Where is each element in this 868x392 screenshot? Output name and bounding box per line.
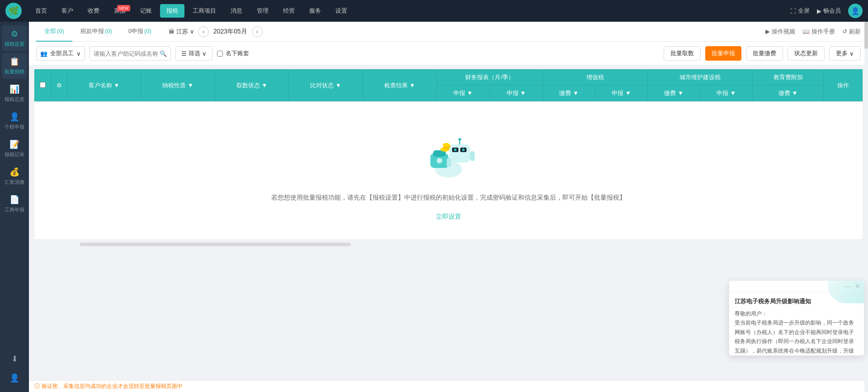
col-urban-pay: 缴费 ▼ bbox=[648, 86, 700, 101]
account-checkbox-text: 名下账套 bbox=[226, 49, 249, 57]
next-month-button[interactable]: › bbox=[252, 26, 263, 37]
prev-month-button[interactable]: ‹ bbox=[198, 26, 209, 37]
toolbar-right: 批量取数 批量申报 批量缴费 状态更新 更多 ∨ bbox=[664, 46, 861, 61]
nav-item-home[interactable]: 首页 bbox=[29, 4, 53, 18]
account-checkbox-label[interactable]: 名下账套 bbox=[217, 49, 249, 57]
nav-item-business[interactable]: 工商项目 bbox=[186, 4, 222, 18]
tab-zero-declare-label: 0申报 bbox=[128, 27, 143, 35]
sidebar-label-settlement: 汇算清缴 bbox=[5, 179, 24, 186]
annual-report-icon: 📄 bbox=[9, 195, 19, 205]
fullscreen-label: 全屏 bbox=[798, 7, 810, 15]
nav-item-manage[interactable]: 管理 bbox=[250, 4, 275, 18]
employee-select-icon: 👥 bbox=[40, 50, 47, 57]
col-urban-tax: 城市维护建设税 bbox=[648, 70, 753, 86]
member-icon: ▶ bbox=[817, 8, 821, 14]
user-bottom-icon: 👤 bbox=[9, 373, 19, 383]
download-icon: ⬇ bbox=[9, 354, 19, 364]
batch-fetch-label: 批量取数 bbox=[670, 49, 694, 57]
sidebar-label-tax-summary: 报税总览 bbox=[5, 96, 24, 103]
refresh-link[interactable]: ↺ 刷新 bbox=[842, 28, 861, 36]
sidebar-label-batch-tax: 批量报税 bbox=[5, 68, 24, 75]
tab-all[interactable]: 全部 (0) bbox=[36, 22, 72, 42]
batch-tax-icon: 📋 bbox=[9, 57, 19, 67]
filter-label: 筛选 bbox=[189, 49, 200, 57]
employee-chevron-icon: ∨ bbox=[76, 50, 81, 57]
logo-icon: 🌿 bbox=[9, 6, 19, 16]
top-nav: 🌿 首页客户收费票据NEW记账报税工商项目消息管理经营服务设置 ⛶ 全屏 ▶ 畅… bbox=[0, 0, 868, 22]
svg-point-10 bbox=[454, 148, 457, 151]
nav-item-service[interactable]: 服务 bbox=[303, 4, 327, 18]
tab-list: 全部 (0) 税款申报 (0) 0申报 (0) bbox=[36, 22, 160, 42]
col-financial-report: 财务报表（月/季） bbox=[437, 70, 543, 86]
sidebar-bottom: ⬇ 👤 bbox=[2, 350, 27, 392]
avatar-icon: 👤 bbox=[851, 7, 860, 15]
nav-item-bill[interactable]: 票据NEW bbox=[108, 4, 132, 18]
nav-item-settings[interactable]: 设置 bbox=[329, 4, 354, 18]
empty-state: 若您想使用批量报税功能，请先在【报税设置】中进行报税的初始化设置，完成密码验证和… bbox=[35, 101, 863, 239]
nav-item-message[interactable]: 消息 bbox=[224, 4, 249, 18]
search-input[interactable] bbox=[94, 50, 158, 57]
right-scrollbar[interactable] bbox=[864, 22, 868, 392]
operation-manual-link[interactable]: 📖 操作手册 bbox=[802, 28, 835, 36]
col-edu-declare: 申报 ▼ bbox=[700, 86, 753, 101]
fullscreen-button[interactable]: ⛶ 全屏 bbox=[790, 7, 810, 15]
batch-declare-button[interactable]: 批量申报 bbox=[705, 46, 741, 61]
region-flag: 🏛 bbox=[169, 28, 175, 35]
top-right-links: ▶ 操作视频 📖 操作手册 ↺ 刷新 bbox=[765, 28, 861, 36]
sidebar-item-download[interactable]: ⬇ bbox=[2, 350, 27, 368]
batch-pay-label: 批量缴费 bbox=[753, 49, 776, 57]
select-all-checkbox[interactable] bbox=[40, 82, 46, 88]
date-navigator: ‹ 2023年05月 › bbox=[198, 26, 263, 37]
member-label: 畅会员 bbox=[823, 7, 841, 15]
sidebar-item-settlement[interactable]: 💰 汇算清缴 bbox=[2, 163, 27, 189]
search-icon[interactable]: 🔍 bbox=[160, 50, 167, 57]
batch-fetch-button[interactable]: 批量取数 bbox=[664, 46, 701, 61]
sidebar-item-user-bottom[interactable]: 👤 bbox=[2, 369, 27, 387]
col-urban-declare: 申报 ▼ bbox=[595, 86, 648, 101]
right-scrollbar-thumb[interactable] bbox=[864, 22, 868, 49]
notification-popup: — ✕ 江苏电子税务局升级影响通知 尊敬的用户：受当前电子税务局进一步升级的影响… bbox=[729, 280, 864, 356]
sidebar-item-batch-tax[interactable]: 📋 批量报税 bbox=[2, 53, 27, 79]
filter-chevron-icon: ∨ bbox=[202, 50, 207, 57]
region-select[interactable]: 🏛 江苏 ∨ bbox=[169, 28, 194, 36]
account-checkbox[interactable] bbox=[217, 51, 223, 57]
col-operation: 操作 bbox=[824, 70, 863, 101]
toolbar: 👥 全部员工 ∨ 🔍 ☰ 筛选 ∨ 名下账套 批量取数 bbox=[29, 42, 868, 66]
book-icon: 📖 bbox=[802, 28, 810, 35]
status-update-button[interactable]: 状态更新 bbox=[788, 46, 825, 61]
nav-item-operation[interactable]: 经营 bbox=[277, 4, 301, 18]
col-tax-nature: 纳税性质 ▼ bbox=[141, 70, 215, 101]
sidebar-item-tax-settings[interactable]: ⚙ 报税设置 bbox=[2, 25, 27, 51]
col-vat: 增值税 bbox=[543, 70, 648, 86]
employee-select[interactable]: 👥 全部员工 ∨ bbox=[36, 46, 85, 61]
svg-point-11 bbox=[462, 148, 465, 151]
sidebar-item-annual-report[interactable]: 📄 工商年报 bbox=[2, 191, 27, 217]
batch-pay-button[interactable]: 批量缴费 bbox=[746, 46, 783, 61]
filter-button[interactable]: ☰ 筛选 ∨ bbox=[175, 46, 212, 61]
sidebar-item-personal-tax[interactable]: 👤 个税申报 bbox=[2, 108, 27, 134]
nav-items: 首页客户收费票据NEW记账报税工商项目消息管理经营服务设置 bbox=[29, 4, 790, 18]
operation-video-link[interactable]: ▶ 操作视频 bbox=[765, 28, 795, 36]
member-button[interactable]: ▶ 畅会员 bbox=[817, 7, 841, 15]
personal-tax-icon: 👤 bbox=[9, 112, 19, 122]
setup-link[interactable]: 立即设置 bbox=[436, 213, 461, 221]
nav-item-tax[interactable]: 报税 bbox=[160, 4, 184, 18]
tab-tax-declare[interactable]: 税款申报 (0) bbox=[72, 22, 120, 42]
tab-zero-declare[interactable]: 0申报 (0) bbox=[120, 22, 160, 42]
empty-robot-illustration bbox=[421, 129, 476, 183]
nav-item-charge[interactable]: 收费 bbox=[81, 4, 106, 18]
more-button[interactable]: 更多 ∨ bbox=[829, 46, 861, 61]
settings-col-icon[interactable]: ⚙ bbox=[57, 82, 62, 89]
sidebar-item-tax-summary[interactable]: 📊 报税总览 bbox=[2, 81, 27, 106]
nav-item-customer[interactable]: 客户 bbox=[55, 4, 80, 18]
empty-message: 若您想使用批量报税功能，请先在【报税设置】中进行报税的初始化设置，完成密码验证和… bbox=[271, 194, 626, 202]
current-date: 2023年05月 bbox=[213, 28, 247, 36]
tab-tax-declare-count: (0) bbox=[105, 28, 112, 34]
sidebar-item-tax-record[interactable]: 📝 报税记录 bbox=[2, 136, 27, 162]
horizontal-scrollbar[interactable] bbox=[80, 243, 351, 246]
avatar[interactable]: 👤 bbox=[848, 4, 863, 18]
warning-icon: ⓘ bbox=[34, 382, 40, 390]
nav-item-bookkeeping[interactable]: 记账 bbox=[134, 4, 158, 18]
svg-rect-15 bbox=[447, 158, 451, 167]
logo[interactable]: 🌿 bbox=[5, 3, 22, 19]
